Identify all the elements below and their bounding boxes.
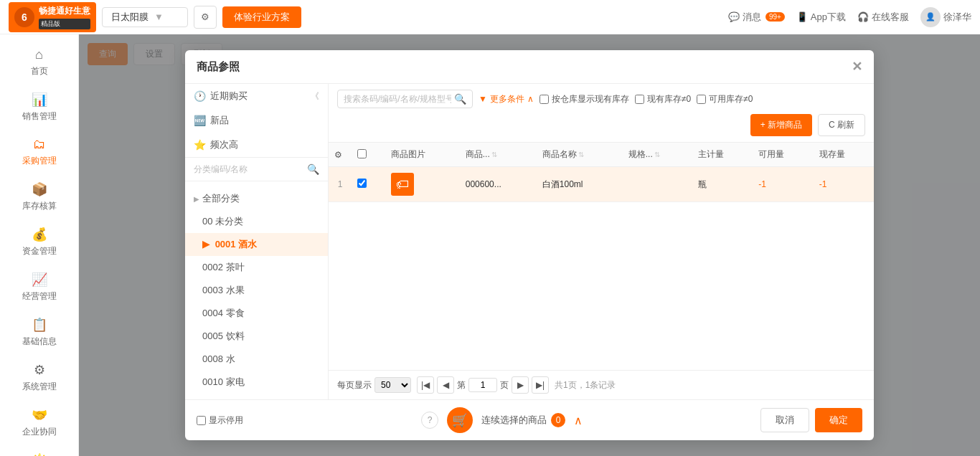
row-checkbox-cell — [352, 167, 385, 202]
online-service-item[interactable]: 🎧 在线客服 — [857, 11, 909, 24]
per-page-select[interactable]: 50 100 200 — [374, 377, 411, 393]
sidebar-item-purchase[interactable]: 🗂 采购管理 — [0, 130, 78, 174]
sort-icon-spec[interactable]: ⇅ — [654, 151, 660, 158]
product-search-icon[interactable]: 🔍 — [454, 93, 466, 105]
product-table-container: ⚙ 商品图片 — [329, 143, 874, 370]
page-navigation: |◀ ◀ 第 页 ▶ ▶| — [417, 376, 549, 394]
category-snack-label: 0004 零食 — [202, 308, 245, 318]
category-search-icon[interactable]: 🔍 — [307, 163, 319, 175]
filter-icon: ▼ — [479, 94, 487, 104]
refresh-button[interactable]: C 刷新 — [818, 114, 865, 136]
row-spec-cell — [623, 167, 692, 202]
confirm-button[interactable]: 确定 — [815, 408, 862, 432]
sidebar-item-sales[interactable]: 📊 销售管理 — [0, 85, 78, 130]
page-number-input[interactable] — [468, 378, 497, 392]
sidebar-item-operations[interactable]: 📈 经营管理 — [0, 265, 78, 310]
col-spec: 规格... ⇅ — [623, 143, 692, 167]
category-tea[interactable]: 0002 茶叶 — [185, 256, 328, 279]
sort-icon-name[interactable]: ⇅ — [578, 151, 584, 158]
category-tea-label: 0002 茶叶 — [202, 262, 245, 272]
app-download-item[interactable]: 📱 App下载 — [796, 11, 846, 24]
settings-col-icon[interactable]: ⚙ — [334, 150, 342, 160]
checkbox-current-stock-input[interactable] — [635, 95, 644, 104]
left-tab-new[interactable]: 🆕 新品 — [185, 108, 328, 133]
enterprise-icon: 🤝 — [32, 407, 47, 423]
category-water[interactable]: 0008 水 — [185, 348, 328, 371]
cancel-button[interactable]: 取消 — [760, 408, 809, 432]
phone-icon: 📱 — [796, 11, 808, 22]
cart-button[interactable]: 🛒 — [447, 407, 473, 433]
left-tab-frequent[interactable]: ⭐ 频次高 — [185, 133, 328, 157]
category-list: ▶ 全部分类 00 未分类 ▶ 0001 酒水 0002 茶 — [185, 181, 328, 399]
left-tab-recent[interactable]: 🕐 近期购买 《 — [185, 84, 328, 108]
username-label: 徐泽华 — [943, 11, 971, 24]
checkbox-available-stock[interactable]: 可用库存≠0 — [697, 93, 753, 105]
row-available: -1 — [758, 179, 766, 189]
show-disabled-checkbox[interactable] — [197, 416, 206, 425]
category-snack[interactable]: 0004 零食 — [185, 302, 328, 325]
show-disabled-checkbox-label[interactable]: 显示停用 — [197, 414, 243, 427]
category-all[interactable]: ▶ 全部分类 — [185, 187, 328, 210]
first-page-button[interactable]: |◀ — [417, 376, 434, 394]
row-checkbox[interactable] — [357, 179, 367, 188]
prev-page-button[interactable]: ◀ — [437, 376, 454, 394]
row-available-cell: -1 — [753, 167, 813, 202]
gear-button[interactable]: ⚙ — [194, 6, 217, 29]
continuous-label-text: 连续选择的商品 — [481, 414, 547, 427]
category-search-input[interactable] — [194, 164, 304, 174]
col-code-label: 商品... — [466, 148, 490, 161]
checkbox-current-stock[interactable]: 现有库存≠0 — [635, 93, 691, 105]
sidebar-item-system[interactable]: ⚙ 系统管理 — [0, 355, 78, 400]
category-unclassified[interactable]: 00 未分类 — [185, 210, 328, 233]
category-beverage-label: 0005 饮料 — [202, 331, 245, 341]
table-row[interactable]: 1 🏷 000600... — [329, 167, 874, 202]
row-image-cell: 🏷 — [385, 167, 460, 202]
next-page-button[interactable]: ▶ — [512, 376, 529, 394]
sidebar-label-operations: 经营管理 — [22, 290, 57, 303]
category-fruit[interactable]: 0003 水果 — [185, 279, 328, 302]
product-search-box: 🔍 — [337, 90, 473, 108]
filter-arrow-icon: ∧ — [527, 94, 534, 104]
sidebar-label-home: 首页 — [31, 65, 48, 77]
messages-item[interactable]: 💬 消息 99+ — [728, 11, 785, 24]
right-panel: 🔍 ▼ 更多条件 ∧ 按仓库显示现有库存 — [329, 84, 874, 399]
checkbox-available-stock-label: 可用库存≠0 — [709, 93, 753, 105]
category-appliance[interactable]: 0010 家电 — [185, 371, 328, 394]
checkbox-available-stock-input[interactable] — [697, 95, 706, 104]
sidebar-item-guide[interactable]: 🌟 新手引导 — [0, 445, 78, 456]
experience-button[interactable]: 体验行业方案 — [222, 6, 301, 28]
product-search-input[interactable] — [344, 94, 451, 104]
sidebar-item-enterprise[interactable]: 🤝 企业协同 — [0, 400, 78, 445]
sidebar-item-home[interactable]: ⌂ 首页 — [0, 40, 78, 85]
user-item[interactable]: 👤 徐泽华 — [920, 7, 971, 27]
main-layout: ⌂ 首页 📊 销售管理 🗂 采购管理 📦 库存核算 💰 资金管理 📈 经营管理 … — [0, 34, 980, 456]
category-liquor[interactable]: ▶ 0001 酒水 — [185, 233, 328, 256]
add-product-button[interactable]: + 新增商品 — [750, 114, 812, 136]
col-image: 商品图片 — [385, 143, 460, 167]
checkbox-warehouse-stock[interactable]: 按仓库显示现有库存 — [540, 93, 629, 105]
left-panel: 🕐 近期购买 《 🆕 新品 ⭐ 频次高 — [185, 84, 329, 399]
sidebar-item-finance[interactable]: 💰 资金管理 — [0, 219, 78, 265]
sidebar-label-enterprise: 企业协同 — [22, 426, 57, 438]
guide-icon: 🌟 — [32, 452, 47, 456]
footer-collapse-arrow[interactable]: ∧ — [574, 414, 583, 427]
nav-selector[interactable]: 日太阳膜 ▼ — [102, 7, 188, 27]
sidebar-item-basic-info[interactable]: 📋 基础信息 — [0, 310, 78, 355]
basic-info-icon: 📋 — [32, 317, 47, 333]
checkbox-warehouse-stock-input[interactable] — [540, 95, 549, 104]
select-all-checkbox[interactable] — [357, 149, 367, 158]
category-beverage[interactable]: 0005 饮料 — [185, 325, 328, 348]
category-appliance-label: 0010 家电 — [202, 376, 245, 387]
help-button[interactable]: ? — [421, 412, 438, 429]
sidebar-item-inventory[interactable]: 📦 库存核算 — [0, 174, 78, 219]
left-panel-collapse-btn[interactable]: 《 — [311, 90, 319, 103]
category-all-label: 全部分类 — [202, 192, 240, 205]
sort-icon-code[interactable]: ⇅ — [491, 151, 497, 158]
filter-button[interactable]: ▼ 更多条件 ∧ — [479, 93, 534, 105]
col-settings: ⚙ — [329, 143, 352, 167]
topbar-right: 💬 消息 99+ 📱 App下载 🎧 在线客服 👤 徐泽华 — [728, 7, 971, 27]
category-search-box: 🔍 — [185, 158, 328, 181]
modal-close-button[interactable]: ✕ — [852, 59, 862, 75]
col-unit-label: 主计量 — [698, 148, 724, 161]
last-page-button[interactable]: ▶| — [532, 376, 549, 394]
